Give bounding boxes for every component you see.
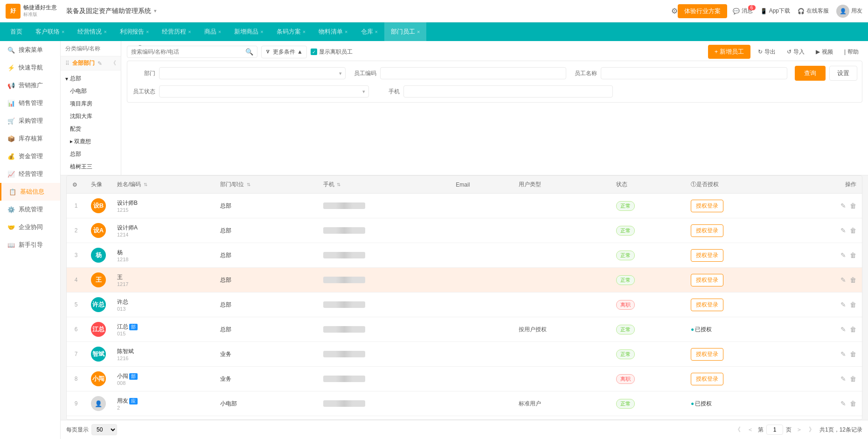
help-btn[interactable]: | 帮助 bbox=[840, 46, 862, 58]
dept-node-xiaodianbu[interactable]: 小电部 bbox=[61, 85, 121, 98]
edit-icon[interactable]: ✎ bbox=[840, 276, 846, 284]
tab-bom[interactable]: 物料清单 × bbox=[312, 22, 354, 41]
more-conditions-btn[interactable]: ⛛ 更多条件 ▲ bbox=[261, 46, 307, 58]
close-icon[interactable]: × bbox=[345, 29, 347, 35]
view-btn[interactable]: ▶ 视频 bbox=[812, 46, 837, 58]
auth-btn[interactable]: 授权登录 bbox=[691, 249, 723, 262]
delete-icon[interactable]: 🗑 bbox=[850, 251, 856, 259]
close-icon[interactable]: × bbox=[104, 29, 106, 35]
tab-profit[interactable]: 利润报告 × bbox=[113, 22, 155, 41]
dept-node-zongbu-sub[interactable]: 总部 bbox=[61, 148, 121, 160]
delete-icon[interactable]: 🗑 bbox=[850, 202, 856, 209]
filter-phone-input[interactable] bbox=[403, 85, 613, 98]
filter-dept-select[interactable] bbox=[159, 67, 346, 79]
sidebar-item-purchase[interactable]: 🛒 采购管理 bbox=[0, 112, 60, 130]
delete-icon[interactable]: 🗑 bbox=[850, 301, 856, 308]
tab-add-goods[interactable]: 新增商品 × bbox=[228, 22, 270, 41]
auth-btn[interactable]: 授权登录 bbox=[691, 224, 723, 237]
sidebar-item-quicknav[interactable]: ⚡ 快速导航 bbox=[0, 59, 60, 77]
dept-node-shuanglu[interactable]: ▸ 双鹿想 bbox=[61, 135, 121, 148]
search-submit-icon[interactable]: 🔍 bbox=[245, 48, 253, 56]
tab-operation[interactable]: 经营情况 × bbox=[71, 22, 113, 41]
close-icon[interactable]: × bbox=[188, 29, 191, 35]
close-icon[interactable]: × bbox=[260, 29, 263, 35]
close-icon[interactable]: × bbox=[303, 29, 306, 35]
online-service-item[interactable]: 🎧 在线客服 bbox=[798, 7, 829, 15]
sidebar-item-guide[interactable]: 📖 新手引导 bbox=[0, 236, 60, 254]
dept-node-zhishu[interactable]: 植树王三 bbox=[61, 160, 121, 173]
delete-icon[interactable]: 🗑 bbox=[850, 375, 856, 383]
delete-icon[interactable]: 🗑 bbox=[850, 227, 856, 234]
sidebar-item-sales[interactable]: 📊 销售管理 bbox=[0, 94, 60, 112]
auth-btn[interactable]: 授权登录 bbox=[691, 200, 723, 212]
gear-icon[interactable]: ⚙ bbox=[671, 7, 678, 15]
sidebar-item-marketing[interactable]: 📢 营销推广 bbox=[0, 77, 60, 94]
edit-icon[interactable]: ✎ bbox=[840, 326, 846, 333]
dept-edit-icon[interactable]: ✎ bbox=[97, 60, 102, 67]
next-page-btn[interactable]: ＞ bbox=[794, 425, 804, 435]
dept-collapse-icon[interactable]: 《 bbox=[111, 59, 116, 67]
th-phone[interactable]: 手机 ⇅ bbox=[318, 176, 450, 194]
sidebar-item-management[interactable]: 📈 经营管理 bbox=[0, 165, 60, 183]
tab-warehouse[interactable]: 仓库 × bbox=[354, 22, 384, 41]
delete-icon[interactable]: 🗑 bbox=[850, 276, 856, 284]
trial-btn[interactable]: 体验行业方案 bbox=[678, 4, 727, 18]
auth-btn[interactable]: 授权登录 bbox=[691, 274, 723, 286]
edit-icon[interactable]: ✎ bbox=[840, 350, 846, 358]
sidebar-item-basic[interactable]: 📋 基础信息 bbox=[0, 183, 60, 201]
close-icon[interactable]: × bbox=[417, 29, 420, 35]
user-area[interactable]: 👤 用友 bbox=[836, 5, 862, 18]
tab-employees[interactable]: 部门员工 × bbox=[384, 22, 426, 41]
edit-icon[interactable]: ✎ bbox=[840, 301, 846, 308]
sidebar-item-inventory[interactable]: 📦 库存核算 bbox=[0, 130, 60, 147]
add-employee-button[interactable]: + 新增员工 bbox=[708, 45, 750, 59]
delete-icon[interactable]: 🗑 bbox=[850, 326, 856, 333]
page-input[interactable] bbox=[766, 425, 783, 435]
edit-icon[interactable]: ✎ bbox=[840, 251, 846, 259]
close-icon[interactable]: × bbox=[218, 29, 221, 35]
edit-icon[interactable]: ✎ bbox=[840, 202, 846, 209]
sidebar-item-search[interactable]: 🔍 搜索菜单 bbox=[0, 41, 60, 59]
export-btn[interactable]: ↻ 导出 bbox=[754, 46, 779, 58]
filter-emp-code-input[interactable] bbox=[380, 67, 567, 79]
delete-icon[interactable]: 🗑 bbox=[850, 350, 856, 358]
set-btn[interactable]: 设置 bbox=[829, 66, 857, 81]
auth-btn[interactable]: 授权登录 bbox=[691, 373, 723, 385]
edit-icon[interactable]: ✎ bbox=[840, 400, 846, 407]
dept-node-peihuo[interactable]: 配货 bbox=[61, 123, 121, 135]
tab-barcode[interactable]: 条码方案 × bbox=[270, 22, 312, 41]
tab-home[interactable]: 首页 bbox=[4, 22, 29, 41]
message-icon-item[interactable]: 💬 6 消息 bbox=[733, 7, 753, 15]
filter-status-select[interactable] bbox=[159, 85, 369, 98]
page-size-select[interactable]: 50 100 200 bbox=[91, 424, 117, 435]
import-btn[interactable]: ↺ 导入 bbox=[783, 46, 808, 58]
auth-btn[interactable]: 授权登录 bbox=[691, 299, 723, 311]
show-departed-toggle[interactable]: ✓ 显示离职员工 bbox=[311, 48, 353, 56]
auth-btn[interactable]: 授权登录 bbox=[691, 348, 723, 361]
dept-node-zongbu-parent[interactable]: ▾ 总部 bbox=[61, 72, 121, 85]
th-settings[interactable]: ⚙ bbox=[67, 176, 85, 194]
sys-dropdown-icon[interactable]: ▾ bbox=[154, 8, 157, 14]
th-name-code[interactable]: 姓名/编码 ⇅ bbox=[111, 176, 215, 194]
app-download-item[interactable]: 📱 App下载 bbox=[760, 7, 790, 15]
delete-icon[interactable]: 🗑 bbox=[850, 400, 856, 407]
close-icon[interactable]: × bbox=[375, 29, 378, 35]
tab-goods[interactable]: 商品 × bbox=[198, 22, 228, 41]
query-btn[interactable]: 查询 bbox=[795, 66, 826, 81]
sidebar-item-finance[interactable]: 💰 资金管理 bbox=[0, 147, 60, 165]
th-dept[interactable]: 部门/职位 ⇅ bbox=[215, 176, 318, 194]
first-page-btn[interactable]: 《 bbox=[733, 425, 743, 435]
dept-node-shenyang[interactable]: 沈阳大库 bbox=[61, 110, 121, 123]
dept-node-xiangmuKufang[interactable]: 项目库房 bbox=[61, 98, 121, 110]
tab-history[interactable]: 经营历程 × bbox=[155, 22, 197, 41]
edit-icon[interactable]: ✎ bbox=[840, 375, 846, 383]
close-icon[interactable]: × bbox=[146, 29, 149, 35]
last-page-btn[interactable]: 》 bbox=[807, 425, 817, 435]
search-input[interactable] bbox=[131, 49, 245, 55]
table-settings-icon[interactable]: ⚙ bbox=[72, 181, 77, 188]
prev-page-btn[interactable]: ＜ bbox=[745, 425, 755, 435]
filter-emp-name-input[interactable] bbox=[601, 67, 787, 79]
close-icon[interactable]: × bbox=[62, 29, 64, 35]
edit-icon[interactable]: ✎ bbox=[840, 227, 846, 234]
tab-customer[interactable]: 客户联络 × bbox=[29, 22, 71, 41]
